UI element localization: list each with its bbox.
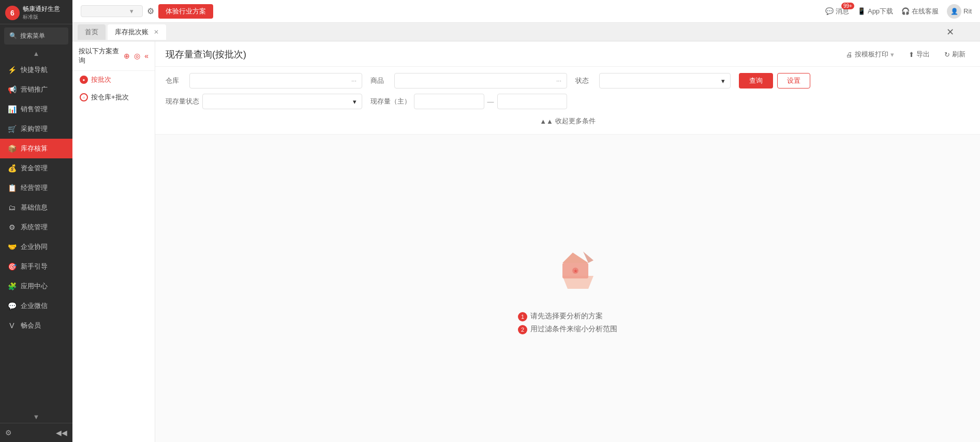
sidebar-nav: ⚡ 快捷导航 📢 营销推广 📊 销售管理 🛒 采购管理 📦 库存核算 💰 资金管… (0, 60, 72, 410)
collapse-sidebar-icon[interactable]: ◀◀ (56, 429, 67, 437)
settings-btn[interactable]: 设置 (777, 73, 810, 89)
sidebar-item-wechat[interactable]: 💬 企业微信 (0, 296, 72, 316)
sidebar-item-member[interactable]: V 畅会员 (0, 316, 72, 335)
tab-home-label: 首页 (85, 27, 98, 37)
page-title: 现存量查询(按批次) (166, 48, 246, 61)
warehouse-input[interactable]: ··· (189, 73, 362, 89)
sidebar-item-label: 快捷导航 (21, 65, 48, 75)
content-area: 按以下方案查询 ⊕ ◎ « ● 按批次 ○ 按仓库+批次 现存量查询(按批次) (72, 41, 980, 442)
stock-qty-dash: — (487, 98, 494, 106)
app-download-icon: 📱 (857, 7, 866, 15)
status-label: 状态 (575, 76, 596, 85)
search-chevron-icon[interactable]: ▾ (130, 7, 133, 15)
sidebar-search[interactable]: 🔍 搜索菜单 (4, 27, 68, 45)
topbar-search-box[interactable]: ▾ (81, 5, 143, 17)
marketing-icon: 📢 (7, 85, 17, 94)
sidebar-item-appcenter[interactable]: 🧩 应用中心 (0, 276, 72, 296)
tab-home[interactable]: 首页 (78, 24, 106, 40)
tab-batch-account[interactable]: 库存批次账 ✕ (108, 24, 166, 40)
sidebar-item-inventory[interactable]: 📦 库存核算 (0, 139, 72, 158)
topbar-gear-icon[interactable]: ⚙ (147, 6, 154, 16)
topbar-right: 💬 消息 99+ 📱 App下载 🎧 在线客服 👤 Rit (825, 4, 972, 19)
query-btn[interactable]: 查询 (739, 73, 773, 89)
filter-stock-qty: 现存量（主） — (370, 94, 567, 109)
filter-status: 状态 ▾ (575, 73, 731, 89)
sidebar-item-label: 系统管理 (21, 223, 48, 232)
username-label: Rit (963, 7, 972, 15)
sidebar-item-quick-nav[interactable]: ⚡ 快捷导航 (0, 60, 72, 80)
sidebar-item-finance[interactable]: 💰 资金管理 (0, 158, 72, 178)
finance-icon: 💰 (7, 164, 17, 173)
refresh-btn[interactable]: ↻ 刷新 (940, 48, 970, 61)
left-panel: 按以下方案查询 ⊕ ◎ « ● 按批次 ○ 按仓库+批次 (72, 41, 155, 442)
tab-batch-account-label: 库存批次账 (115, 27, 149, 37)
scheme-settings-icon[interactable]: ◎ (134, 52, 140, 60)
filter-area: 仓库 ··· 商品 ··· (155, 67, 980, 135)
goods-input[interactable]: ··· (394, 73, 567, 89)
stock-status-select[interactable]: ▾ (202, 94, 362, 109)
tabbar-global-close-icon[interactable]: ✕ (946, 26, 954, 38)
newbie-icon: 🎯 (7, 262, 17, 271)
print-btn[interactable]: 🖨 按模板打印 ▾ (842, 48, 898, 61)
sidebar-item-base[interactable]: 🗂 基础信息 (0, 198, 72, 217)
scheme-inactive-icon: ○ (80, 93, 88, 101)
collapse-more-conditions[interactable]: ▲▲ 收起更多条件 (166, 114, 970, 128)
warehouse-more-icon[interactable]: ··· (351, 77, 357, 84)
edition-badge: 标准版 (23, 13, 60, 21)
sidebar-item-purchase[interactable]: 🛒 采购管理 (0, 119, 72, 139)
goods-more-icon[interactable]: ··· (556, 77, 561, 84)
sidebar-item-system[interactable]: ⚙ 系统管理 (0, 217, 72, 237)
trial-btn[interactable]: 体验行业方案 (158, 4, 213, 19)
settings-icon[interactable]: ⚙ (5, 429, 12, 437)
print-chevron-icon: ▾ (890, 51, 894, 58)
filter-stock-status: 现存量状态 ▾ (166, 94, 362, 109)
left-panel-header: 按以下方案查询 ⊕ ◎ « (72, 41, 155, 71)
online-service-btn[interactable]: 🎧 在线客服 (901, 7, 939, 16)
printer-icon: 🖨 (846, 51, 853, 58)
page-header-actions: 🖨 按模板打印 ▾ ⬆ 导出 ↻ 刷新 (842, 48, 970, 61)
left-panel-collapse-icon[interactable]: « (144, 52, 149, 60)
sidebar-item-ops[interactable]: 📋 经营管理 (0, 178, 72, 198)
empty-icon: ★ (537, 240, 599, 298)
status-chevron-icon: ▾ (721, 77, 725, 85)
sidebar-item-marketing[interactable]: 📢 营销推广 (0, 80, 72, 99)
sidebar-item-label: 采购管理 (21, 124, 48, 134)
sidebar-item-sales[interactable]: 📊 销售管理 (0, 99, 72, 119)
warehouse-label: 仓库 (166, 76, 186, 85)
search-icon: 🔍 (9, 32, 17, 39)
message-btn[interactable]: 💬 消息 99+ (825, 7, 849, 16)
sidebar-item-collab[interactable]: 🤝 企业协同 (0, 237, 72, 257)
add-scheme-icon[interactable]: ⊕ (124, 52, 130, 60)
print-btn-label: 按模板打印 (855, 50, 888, 59)
sidebar-scroll-up[interactable]: ▲ (0, 48, 72, 60)
app-download-btn[interactable]: 📱 App下载 (857, 7, 893, 16)
collapse-more-label: 收起更多条件 (555, 116, 596, 126)
stock-qty-input-from[interactable] (414, 94, 484, 109)
filter-actions: 查询 设置 (739, 73, 810, 89)
status-select[interactable]: ▾ (599, 73, 731, 89)
tab-close-icon[interactable]: ✕ (154, 28, 159, 36)
scheme-item-by-warehouse-batch[interactable]: ○ 按仓库+批次 (72, 89, 155, 106)
topbar-search-input[interactable] (85, 8, 127, 15)
collab-icon: 🤝 (7, 242, 17, 252)
scheme-item-by-batch[interactable]: ● 按批次 (72, 71, 155, 89)
stock-qty-input-to[interactable] (497, 94, 568, 109)
user-area[interactable]: 👤 Rit (947, 4, 972, 19)
tabbar: 首页 库存批次账 ✕ ✕ (72, 23, 980, 41)
company-name: 畅康通好生意 (23, 5, 60, 13)
empty-tips: 1 请先选择要分析的方案 2 用过滤条件来缩小分析范围 (518, 308, 617, 337)
filter-row-2: 现存量状态 ▾ 现存量（主） — (166, 94, 580, 109)
base-icon: 🗂 (7, 203, 17, 212)
message-icon: 💬 (825, 7, 834, 15)
empty-illustration: ★ (537, 240, 599, 297)
sidebar-item-newbie[interactable]: 🎯 新手引导 (0, 257, 72, 276)
quick-nav-icon: ⚡ (7, 65, 17, 75)
sidebar-scroll-down[interactable]: ▼ (0, 410, 72, 423)
scheme-item-label: 按批次 (91, 75, 111, 84)
export-btn[interactable]: ⬆ 导出 (904, 48, 934, 61)
sidebar-bottom: ⚙ ◀◀ (0, 423, 72, 442)
inventory-icon: 📦 (7, 144, 17, 153)
message-badge: 99+ (841, 3, 854, 9)
export-icon: ⬆ (909, 51, 914, 58)
filter-warehouse: 仓库 ··· (166, 73, 362, 89)
